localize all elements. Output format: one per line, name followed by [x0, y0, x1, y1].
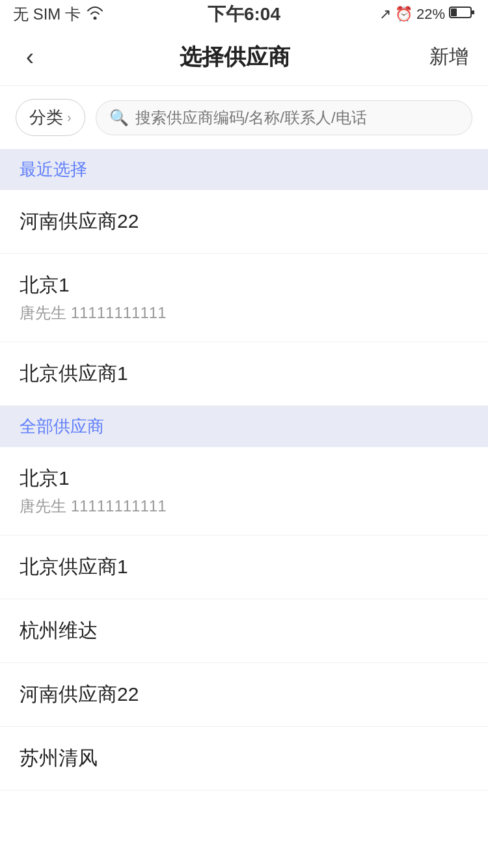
- svg-rect-1: [472, 10, 474, 14]
- nav-bar: ‹ 选择供应商 新增: [0, 29, 488, 86]
- item-sub: 唐先生 11111111111: [20, 496, 468, 517]
- all-list: 北京1唐先生 11111111111北京供应商1杭州维达河南供应商22苏州清风: [0, 447, 488, 791]
- item-name: 北京1: [20, 272, 468, 299]
- item-name: 北京1: [20, 465, 468, 492]
- recent-list-item[interactable]: 河南供应商22: [0, 190, 488, 254]
- item-name: 苏州清风: [20, 745, 468, 772]
- chevron-right-icon: ›: [67, 110, 72, 125]
- item-sub: 唐先生 11111111111: [20, 303, 468, 323]
- add-button[interactable]: 新增: [429, 44, 468, 70]
- item-name: 河南供应商22: [20, 208, 468, 235]
- no-sim-label: 无 SIM 卡: [13, 4, 81, 25]
- all-list-item[interactable]: 北京1唐先生 11111111111: [0, 447, 488, 536]
- item-name: 北京供应商1: [20, 360, 468, 387]
- location-icon: ↗: [379, 6, 391, 23]
- alarm-icon: ⏰: [395, 6, 413, 23]
- wifi-icon: [86, 5, 104, 23]
- battery-icon: [449, 5, 475, 23]
- search-area: 分类 › 🔍: [0, 86, 488, 149]
- all-list-item[interactable]: 北京供应商1: [0, 536, 488, 599]
- search-icon: 🔍: [109, 109, 129, 127]
- item-name: 河南供应商22: [20, 681, 468, 708]
- all-list-item[interactable]: 苏州清风: [0, 727, 488, 791]
- status-bar: 无 SIM 卡 下午6:04 ↗ ⏰ 22%: [0, 0, 488, 29]
- item-name: 杭州维达: [20, 617, 468, 644]
- recent-list: 河南供应商22北京1唐先生 11111111111北京供应商1: [0, 190, 488, 406]
- search-input[interactable]: [135, 109, 459, 127]
- svg-rect-2: [451, 8, 457, 16]
- all-section-header: 全部供应商: [0, 406, 488, 447]
- item-name: 北京供应商1: [20, 554, 468, 580]
- recent-list-item[interactable]: 北京1唐先生 11111111111: [0, 254, 488, 342]
- all-list-item[interactable]: 河南供应商22: [0, 663, 488, 727]
- status-right: ↗ ⏰ 22%: [379, 5, 475, 23]
- all-list-item[interactable]: 杭州维达: [0, 599, 488, 663]
- battery-label: 22%: [416, 6, 445, 23]
- search-box[interactable]: 🔍: [96, 100, 472, 135]
- status-time: 下午6:04: [208, 2, 280, 27]
- category-label: 分类: [29, 106, 63, 129]
- back-button[interactable]: ‹: [20, 37, 40, 77]
- recent-section-header: 最近选择: [0, 149, 488, 190]
- status-left: 无 SIM 卡: [13, 4, 104, 25]
- recent-list-item[interactable]: 北京供应商1: [0, 342, 488, 406]
- category-button[interactable]: 分类 ›: [16, 99, 85, 136]
- page-title: 选择供应商: [180, 42, 290, 72]
